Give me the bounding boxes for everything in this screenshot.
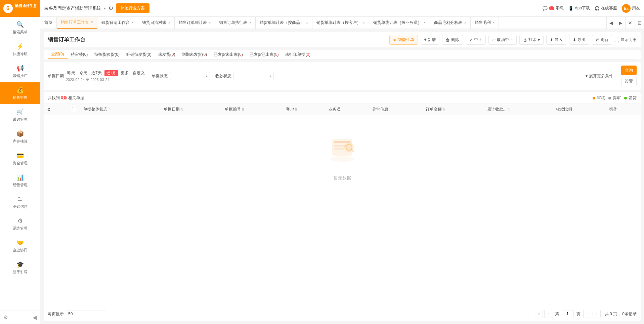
subtab-pending-review[interactable]: 待审核(0) [68,50,91,59]
filter-date-opt-yesterday[interactable]: 昨天 [66,70,77,77]
tab-close-all-btn[interactable]: ✕ [625,17,635,29]
tab-close-sales-exec[interactable]: × [249,21,251,25]
sidebar-icon-marketing: 📢 [16,65,24,72]
tab-close-sales-workbench[interactable]: × [91,21,93,24]
tab-cash-daily[interactable]: 钱货日清工作台× [97,17,138,29]
print-btn[interactable]: 🖨 打印 ▾ [519,35,544,45]
sidebar-item-guide[interactable]: 🎓新手引导 [0,257,40,279]
page-size-select[interactable]: 102050100 [66,311,106,317]
tab-sales-stats[interactable]: 销售订单统计表× [175,17,215,29]
data-table: ⚙单据整体状态⇅单据日期⇅单据编号⇅客户⇅业务员异常信息订单金额⇅累计收款...… [44,104,641,307]
sidebar-item-baseinfo[interactable]: 🗂基础信息 [0,192,40,213]
subtab-pending-inspect[interactable]: 待拣货验货(0) [91,50,123,59]
sidebar-item-purchase[interactable]: 🛒采购管理 [0,104,40,126]
tab-scroll-left-btn[interactable]: ◀ [606,17,616,29]
sidebar-item-inventory[interactable]: 📦库存核算 [0,126,40,148]
filter-date-opt-last1m[interactable]: 近1月 [104,70,118,76]
tab-home[interactable]: 首页 [40,17,57,29]
tab-sales-workbench[interactable]: 销售订单工作台× [57,17,97,29]
subtab-wangpu-shipping[interactable]: 旺铺待发货(0) [123,50,155,59]
subtab-expired-not-shipped[interactable]: 到期未发货(0) [178,50,210,59]
app-download-btn[interactable]: 📱 App下载 [568,5,590,11]
svg-rect-4 [334,148,344,150]
col-header-date[interactable]: 单据日期⇅ [160,104,221,115]
sidebar-item-operations[interactable]: 📊经营管理 [0,170,40,192]
tab-sales-by-customer[interactable]: 销货单统计表（按客户）× [312,17,369,29]
industry-btn[interactable]: 体验行业方案 [116,3,149,13]
topbar-dropdown-icon[interactable]: ▾ [104,6,106,11]
tab-sales-by-staff[interactable]: 销货单统计表（按业务员）× [369,17,430,29]
col-header-cumulative[interactable]: 累计收款...⇅ [484,104,553,115]
first-page-btn[interactable]: « [535,310,543,318]
query-btn[interactable]: 查询 [621,66,637,75]
sidebar-item-quicknav[interactable]: ⚡快捷导航 [0,39,40,60]
subtab-label-not-shipped: 未发货(0) [158,52,175,57]
sidebar-settings-icon[interactable]: ⚙ [3,314,8,321]
subtab-shipped-not-out[interactable]: 已发货未出库(0) [210,50,246,59]
last-page-btn[interactable]: » [593,310,601,318]
stop-btn[interactable]: ⊘ 中止 [466,35,486,45]
reject-action[interactable]: 弃审 [608,95,621,101]
subtab-not-printed[interactable]: 未打印单据(0) [282,50,314,59]
message-btn[interactable]: 💬 6 消息 [543,5,564,11]
online-service-btn[interactable]: 🎧 在线客服 [595,5,617,11]
current-page-input[interactable]: 1 [562,311,574,317]
col-header-customer[interactable]: 客户⇅ [283,104,325,115]
sidebar-item-enterprise[interactable]: 🤝企业协同 [0,235,40,257]
subtab-all[interactable]: 全部(0) [48,50,68,59]
tab-close-sales-by-product[interactable]: × [306,21,308,25]
tab-close-sales-by-customer[interactable]: × [363,21,365,25]
review-action[interactable]: 审核 [593,95,605,101]
show-detail-checkbox[interactable] [615,38,619,42]
filter-settings-btn[interactable]: 设置 [621,77,637,86]
delete-btn[interactable]: 🗑 删除 [442,35,463,45]
tab-close-sales-by-staff[interactable]: × [424,21,426,25]
cancel-stop-btn[interactable]: ↩ 取消中止 [488,35,517,45]
filter-date-opt-custom[interactable]: 自定义 [131,70,146,77]
tab-close-cash-daily[interactable]: × [132,21,134,25]
subtab-not-shipped[interactable]: 未发货(0) [155,50,179,59]
prev-page-btn[interactable]: ‹ [544,310,552,318]
sidebar-item-marketing[interactable]: 📢营销推广 [0,60,40,82]
filter-date-opt-today[interactable]: 今天 [78,70,89,77]
delete-label: 删除 [451,37,459,43]
smart-gen-btn[interactable]: ★ 智能生单 [389,35,418,45]
ship-action[interactable]: 发货 [624,95,637,101]
filter-status-select[interactable] [170,72,210,80]
tab-sales-by-product[interactable]: 销货单统计表（按商品）× [256,17,312,29]
sidebar-label-operations: 经营管理 [13,183,28,188]
col-header-status[interactable]: 单据整体状态⇅ [80,104,160,115]
user-btn[interactable]: Ea 用友 [622,4,640,13]
filter-date-opt-last7[interactable]: 近7天 [90,70,103,77]
filter-payment-select[interactable] [233,72,274,80]
col-header-amount[interactable]: 订单金额⇅ [422,104,483,115]
show-detail-checkbox-label[interactable]: 显示明细 [615,37,637,43]
sidebar-item-finance[interactable]: 💳资金管理 [0,148,40,170]
tab-close-cash-reconcile[interactable]: × [168,21,170,25]
sidebar-item-sales[interactable]: 💰销售管理 [0,82,40,104]
tab-sales-exec[interactable]: 销售订单执行表× [215,17,256,29]
col-header-number[interactable]: 单据编号⇅ [221,104,283,115]
tab-close-sales-stats[interactable]: × [209,21,211,25]
sidebar-item-search[interactable]: 🔍搜索菜单 [0,17,40,39]
filter-date-opt-more[interactable]: 更多 [119,70,130,77]
tab-gross-margin[interactable]: 商品毛利分析表× [430,17,471,29]
refresh-btn[interactable]: ↺ 刷新 [592,35,612,45]
subtab-shipped-out[interactable]: 已发货已出库(0) [246,50,282,59]
ship-label: 发货 [629,95,637,101]
next-page-btn[interactable]: › [583,310,591,318]
import-btn[interactable]: ⬆ 导入 [546,35,566,45]
filter-expand-btn[interactable]: ▾ 展开更多条件 [586,73,613,79]
tab-close-gross-margin[interactable]: × [464,21,466,25]
sidebar-collapse-icon[interactable]: ◀ [33,314,37,321]
sidebar-item-system[interactable]: ⚙系统管理 [0,213,40,235]
tab-expand-btn[interactable]: ⊡ [635,17,644,29]
tab-cash-reconcile[interactable]: 钱货日清对账× [138,17,175,29]
export-btn[interactable]: ⬇ 导出 [569,35,589,45]
select-all-checkbox[interactable] [72,107,76,111]
topbar-gear-icon[interactable]: ⚙ [109,5,113,11]
tab-close-sales-more[interactable]: × [493,21,495,25]
new-btn[interactable]: + 新增 [421,35,439,45]
tab-sales-more[interactable]: 销售毛利× [471,17,499,29]
tab-scroll-right-btn[interactable]: ▶ [616,17,625,29]
